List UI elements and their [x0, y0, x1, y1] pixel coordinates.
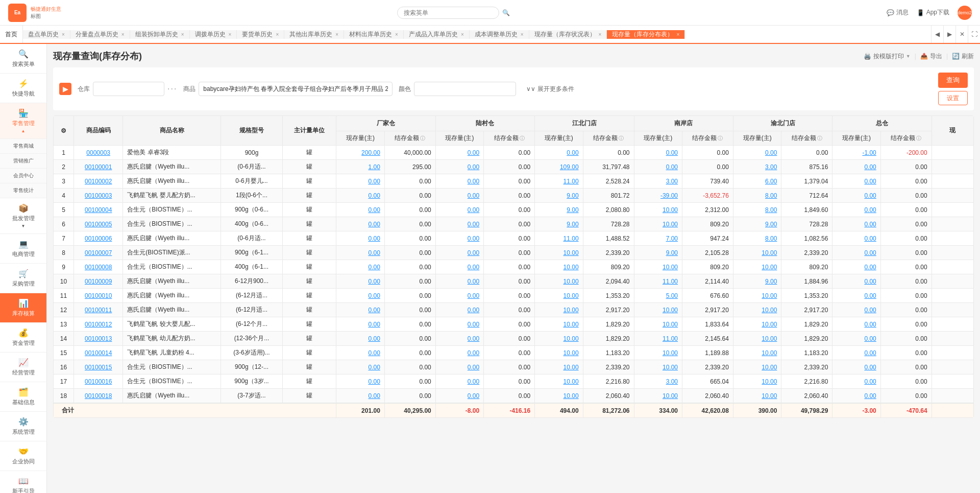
sidebar-item-retail-stats[interactable]: 零售统计 — [0, 183, 46, 198]
warehouse-input[interactable] — [93, 82, 164, 96]
search-input[interactable] — [397, 7, 499, 19]
info-icon[interactable]: ⓘ — [619, 135, 624, 141]
tab-distrib-stock[interactable]: 分量盘点单历史 × — [70, 30, 130, 39]
close-tab-icon[interactable]: × — [335, 32, 338, 37]
sidebar-item-collab[interactable]: 🤝 企业协同 — [0, 441, 46, 471]
cell-c4-amt: 809.20 — [682, 217, 733, 231]
tab-assemble[interactable]: 组装拆卸单历史 × — [130, 30, 190, 39]
cell-total-qty: 0.00 — [832, 289, 880, 303]
close-tab-icon[interactable]: × — [599, 32, 602, 37]
cell-total-amt: 0.00 — [880, 303, 932, 317]
tab-purchase-req[interactable]: 要货单历史 × — [237, 30, 284, 39]
expand-more-button[interactable]: ∨∨ 展开更多条件 — [526, 85, 574, 93]
sidebar-item-operation[interactable]: 📈 经营管理 — [0, 353, 46, 382]
cell-c3-qty: 10.00 — [535, 374, 583, 389]
warehouse-dots[interactable]: ··· — [167, 84, 177, 93]
table-gear-header[interactable]: ⚙ — [54, 116, 74, 146]
print-button[interactable]: 🖨️ 按模版打印 ▼ — [864, 52, 911, 61]
sidebar-item-system[interactable]: ⚙️ 系统管理 — [0, 412, 46, 441]
expand-button[interactable]: ▶ — [59, 83, 71, 95]
tab-stock-dist[interactable]: 现存量（库存分布表） × — [607, 30, 685, 39]
info-icon[interactable]: ⓘ — [420, 135, 425, 141]
cell-c1-amt: 295.00 — [384, 160, 435, 174]
close-tab-icon[interactable]: × — [461, 32, 464, 37]
cell-spec: (6-12月适... — [221, 303, 283, 317]
cell-cur — [932, 374, 973, 389]
info-icon[interactable]: ⓘ — [520, 135, 525, 141]
sidebar-item-guide[interactable]: 📖 新手引导 — [0, 471, 46, 493]
export-icon: 📤 — [920, 53, 928, 60]
close-tab-icon[interactable]: × — [676, 32, 679, 37]
cell-seq: 17 — [54, 374, 74, 389]
sidebar-item-retail[interactable]: 🏪 零售管理 ▲ — [0, 103, 46, 139]
close-tab-icon[interactable]: × — [521, 32, 524, 37]
sidebar-item-ecommerce[interactable]: 💻 电商管理 — [0, 234, 46, 264]
close-tab-icon[interactable]: × — [121, 32, 125, 37]
export-button[interactable]: 📤 导出 — [920, 52, 942, 61]
cell-c1-qty: 0.00 — [336, 174, 384, 189]
col-warehouse5-header: 渝北门店 — [733, 116, 832, 131]
close-tab-icon[interactable]: × — [181, 32, 184, 37]
sidebar-item-finance[interactable]: 💰 资金管理 — [0, 323, 46, 353]
close-tab-icon[interactable]: × — [62, 32, 65, 37]
cell-code: 00100009 — [74, 274, 123, 289]
cell-total-amt: 0.00 — [880, 246, 932, 260]
footer-c5-qty: 390.00 — [733, 403, 781, 418]
message-button[interactable]: 💬 消息 — [887, 8, 909, 17]
sidebar-item-member[interactable]: 会员中心 — [0, 169, 46, 183]
sidebar-item-shortcut[interactable]: ⚡ 快捷导航 — [0, 74, 46, 103]
cell-c5-qty: 10.00 — [733, 260, 781, 274]
tab-prev-button[interactable]: ◀ — [931, 26, 943, 43]
guide-icon: 📖 — [18, 476, 29, 486]
sidebar-item-basic[interactable]: 🗂️ 基础信息 — [0, 382, 46, 412]
query-button[interactable]: 查询 — [938, 73, 968, 88]
user-profile[interactable]: demo2 — [958, 6, 972, 20]
sub-c1-qty: 现存量(主) — [336, 131, 384, 146]
tab-stocktake[interactable]: 盘点单历史 × — [23, 30, 70, 39]
settings-button[interactable]: 设置 — [938, 91, 968, 105]
footer-label: 合计 — [54, 403, 336, 418]
tab-transfer[interactable]: 调拨单历史 × — [190, 30, 237, 39]
footer-c1-amt: 40,295.00 — [384, 403, 435, 418]
tab-cost-adj[interactable]: 成本调整单历史 × — [470, 30, 529, 39]
sidebar-item-purchase[interactable]: 🛒 采购管理 — [0, 264, 46, 293]
info-icon[interactable]: ⓘ — [916, 135, 921, 141]
cell-c4-amt: 2,114.40 — [682, 274, 733, 289]
close-tab-icon[interactable]: × — [229, 32, 232, 37]
table-row: 15 00100014 飞鹤星飞帆 儿童奶粉 4... (3-6岁适用)... … — [54, 346, 974, 360]
tab-next-button[interactable]: ▶ — [943, 26, 955, 43]
cell-unit: 罐 — [282, 231, 336, 246]
sidebar-item-search[interactable]: 🔍 搜索英单 — [0, 44, 46, 74]
tab-product-in[interactable]: 产成品入库单历史 × — [404, 30, 470, 39]
cell-c2-qty: 0.00 — [435, 160, 483, 174]
cell-total-qty: 0.00 — [832, 332, 880, 346]
sidebar-item-retail-store[interactable]: 零售商城 — [0, 139, 46, 154]
cell-c5-amt: 2,339.20 — [781, 360, 832, 374]
close-tab-icon[interactable]: × — [395, 32, 398, 37]
tab-stock-status[interactable]: 现存量（库存状况表） × — [529, 30, 607, 39]
cell-c1-amt: 0.00 — [384, 289, 435, 303]
color-field: 颜色 — [399, 82, 516, 96]
cell-c5-qty: 10.00 — [733, 246, 781, 260]
tab-home[interactable]: 首页 — [0, 26, 23, 43]
refresh-button[interactable]: 🔄 刷新 — [952, 52, 974, 61]
tab-close-all-button[interactable]: ✕ — [955, 26, 968, 43]
tab-other-out[interactable]: 其他出库单历史 × — [284, 30, 344, 39]
sidebar-item-marketing[interactable]: 营销推广 — [0, 154, 46, 169]
tab-expand-button[interactable]: ⛶ — [968, 26, 980, 43]
search-icon[interactable]: 🔍 — [502, 9, 510, 16]
tab-material-out[interactable]: 材料出库单历史 × — [344, 30, 404, 39]
cell-c2-qty: 0.00 — [435, 317, 483, 332]
cell-c5-qty: 6.00 — [733, 174, 781, 189]
info-icon[interactable]: ⓘ — [718, 135, 723, 141]
product-input[interactable] — [199, 82, 393, 96]
app-download-button[interactable]: 📱 App下载 — [917, 8, 949, 17]
cell-c4-qty: 10.00 — [634, 217, 682, 231]
sidebar-item-wholesale[interactable]: 📦 批发管理 ▼ — [0, 198, 46, 234]
cell-name: 飞鹤星飞帆 儿童奶粉 4... — [123, 346, 221, 360]
info-icon[interactable]: ⓘ — [817, 135, 822, 141]
sidebar-item-inventory[interactable]: 📊 库存核算 — [0, 293, 46, 323]
color-input[interactable] — [414, 82, 516, 96]
cell-cur — [932, 303, 973, 317]
close-tab-icon[interactable]: × — [276, 32, 279, 37]
